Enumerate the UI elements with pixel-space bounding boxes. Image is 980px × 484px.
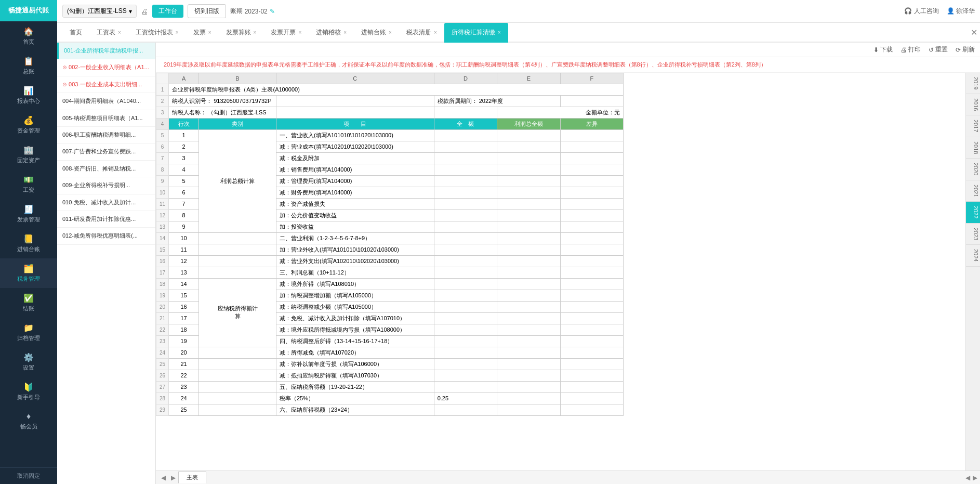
tab-close-salary-stats[interactable]: × <box>176 30 179 35</box>
year-2020[interactable]: 2020 <box>966 159 980 180</box>
assets-icon: 🏢 <box>23 145 34 155</box>
list-item-010[interactable]: 010-免税、减计收入及加计... <box>57 194 155 211</box>
list-item-004[interactable]: 004-期间费用明细表（A1040... <box>57 93 155 110</box>
tab-home[interactable]: 首页 <box>62 23 89 43</box>
sidebar-cancel-fixed[interactable]: 取消固定 <box>0 467 57 484</box>
table-row[interactable]: 26 22 减：抵扣应纳税所得额（填写A107030） <box>156 370 624 381</box>
user-info[interactable]: 👤 徐泽华 <box>947 7 975 16</box>
tab-invoice[interactable]: 发票 × <box>186 23 219 43</box>
list-item-007[interactable]: 007-广告费和业务宣传费跌... <box>57 143 155 160</box>
taxpayer-label: 纳税人识别号： <box>172 98 212 104</box>
tab-tax-list[interactable]: 税表清册 × <box>399 23 444 43</box>
table-row[interactable]: 28 24 税率（25%） 0.25 <box>156 393 624 404</box>
col-header-rownum: 行次 <box>169 118 199 129</box>
guide-icon: 🔰 <box>23 382 34 392</box>
table-row[interactable]: 17 13 三、利润总额（10+11-12） <box>156 267 624 278</box>
spreadsheet-container[interactable]: A B C D E F 1 企业所 <box>156 73 965 471</box>
tab-income-tax[interactable]: 所得税汇算清缴 × <box>444 23 508 43</box>
bottom-tab-main[interactable]: 主表 <box>178 472 206 483</box>
reset-button[interactable]: ↺ 重置 <box>929 45 948 54</box>
tab-invoice-calc[interactable]: 发票算账 × <box>219 23 264 43</box>
year-2017[interactable]: 2017 <box>966 115 980 137</box>
sidebar-item-guide[interactable]: 🔰 新手引导 <box>0 377 57 407</box>
workspace-button[interactable]: 工作台 <box>152 5 183 18</box>
col-D: D <box>434 73 497 84</box>
table-row[interactable]: 5 1 利润总额计算 一、营业收入(填写A101010\101020\10300… <box>156 129 624 141</box>
switch-version-button[interactable]: 切到旧版 <box>188 4 226 18</box>
refresh-button[interactable]: ⟳ 刷新 <box>956 45 975 54</box>
print-button[interactable]: 🖨 打印 <box>900 45 921 54</box>
table-row[interactable]: 29 25 六、应纳所得税额（23×24） <box>156 404 624 415</box>
year-2019[interactable]: 2019 <box>966 73 980 94</box>
tab-close-purchase-audit[interactable]: × <box>343 30 347 35</box>
sidebar-item-funds[interactable]: 💰 资金管理 <box>0 110 57 140</box>
tab-close-tax-list[interactable]: × <box>434 30 437 35</box>
sidebar-item-ledger[interactable]: 📋 总账 <box>0 51 57 81</box>
company-name-label: 纳税人名称： <box>172 109 206 115</box>
ledger-icon: 📋 <box>23 56 34 66</box>
tab-salary-stats[interactable]: 工资统计报表 × <box>128 23 186 43</box>
tab-purchase-book[interactable]: 进销台账 × <box>354 23 399 43</box>
settings-icon: ⚙️ <box>23 352 34 362</box>
tab-salary[interactable]: 工资表 × <box>89 23 128 43</box>
tab-close-invoice-calc[interactable]: × <box>254 30 257 35</box>
archive-icon: 📁 <box>23 323 34 333</box>
list-item-011[interactable]: 011-研发费用加计扣除优惠... <box>57 211 155 228</box>
table-row[interactable]: 27 23 五、应纳税所得额（19-20-21-22） <box>156 381 624 393</box>
year-2021[interactable]: 2021 <box>966 180 980 202</box>
list-item-003[interactable]: ⊙ 003-一般企业成本支出明细... <box>57 76 155 93</box>
tab-close-income-tax[interactable]: × <box>498 30 501 35</box>
year-2024[interactable]: 2024 <box>966 245 980 266</box>
scroll-left-icon[interactable]: ◀ <box>965 474 970 481</box>
sidebar-item-tax[interactable]: 🗂️ 税务管理 <box>0 258 57 288</box>
tab-close-purchase-book[interactable]: × <box>389 30 392 35</box>
table-title: 企业所得税年度纳税申报表（A类）主表(A100000) <box>169 84 624 95</box>
sidebar-item-member[interactable]: ♦️ 畅会员 <box>0 407 57 436</box>
topbar: (勾删）江西服宝-LSS ▾ 🖨 工作台 切到旧版 账期 2023-02 ✎ 🎧… <box>57 0 980 23</box>
table-row[interactable]: 15 11 加：营业外收入(填写A101010\101020\103000) <box>156 244 624 255</box>
year-2022[interactable]: 2022 <box>966 202 980 223</box>
sidebar-item-stockbook[interactable]: 📒 进销台账 <box>0 229 57 258</box>
table-row[interactable]: 16 12 减：营业外支出(填写A102010\102020\103000) <box>156 255 624 267</box>
tab-purchase-audit[interactable]: 进销稽核 × <box>309 23 354 43</box>
scroll-right-icon[interactable]: ▶ <box>973 474 977 481</box>
sidebar-item-salary[interactable]: 💵 工资 <box>0 169 57 199</box>
next-tab-arrow[interactable]: ▶ <box>168 473 178 482</box>
list-item-002[interactable]: ⊙ 002-一般企业收入明细表（A1... <box>57 59 155 76</box>
company-label: (勾删）江西服宝-LSS <box>67 7 127 16</box>
sidebar-item-assets[interactable]: 🏢 固定资产 <box>0 140 57 169</box>
table-row[interactable]: 14 10 二、营业利润（1-2-3-4-5-6-7-8+9） <box>156 232 624 244</box>
sidebar-item-reports[interactable]: 📊 报表中心 <box>0 81 57 110</box>
edit-icon[interactable]: ✎ <box>270 8 275 15</box>
list-item-008[interactable]: 008-资产折旧、摊销及纳税... <box>57 161 155 177</box>
sidebar-item-close[interactable]: ✅ 结账 <box>0 288 57 318</box>
sidebar-item-home[interactable]: 🏠 首页 <box>0 21 57 51</box>
year-2016[interactable]: 2016 <box>966 94 980 115</box>
col-E: E <box>497 73 560 84</box>
company-selector[interactable]: (勾删）江西服宝-LSS ▾ <box>62 5 137 18</box>
table-row[interactable]: 18 14 应纳税所得额计算 减：境外所得（填写A108010） <box>156 278 624 290</box>
tab-close-salary[interactable]: × <box>118 30 121 35</box>
list-item-009[interactable]: 009-企业所得税补亏损明... <box>57 177 155 194</box>
list-item-012[interactable]: 012-减免所得税优惠明细表(... <box>57 228 155 244</box>
prev-tab-arrow[interactable]: ◀ <box>158 473 168 482</box>
table-row[interactable]: 25 21 减：弥补以前年度亏损（填写A106000） <box>156 358 624 370</box>
user-icon: 👤 <box>947 7 955 15</box>
tab-close-invoice-open[interactable]: × <box>298 30 301 35</box>
sidebar-item-invoices[interactable]: 🧾 发票管理 <box>0 199 57 229</box>
service-label[interactable]: 🎧 人工咨询 <box>904 7 938 16</box>
list-item-001[interactable]: 001-企业所得税年度纳税申报... <box>57 43 155 59</box>
year-2023[interactable]: 2023 <box>966 224 980 245</box>
tab-close-invoice[interactable]: × <box>208 30 211 35</box>
category-taxable: 应纳税所得额计算 <box>199 278 276 347</box>
col-letters-row: A B C D E F <box>156 73 624 84</box>
tab-invoice-open[interactable]: 发票开票 × <box>263 23 309 43</box>
list-item-006[interactable]: 006-职工薪酬纳税调整明细... <box>57 127 155 143</box>
sidebar-item-archive[interactable]: 📁 归档管理 <box>0 318 57 347</box>
download-button[interactable]: ⬇ 下载 <box>873 45 893 54</box>
list-item-005[interactable]: 005-纳税调整项目明细表（A1... <box>57 110 155 127</box>
table-row[interactable]: 24 20 减：所得减免（填写A107020） <box>156 347 624 358</box>
close-all-icon[interactable]: ✕ <box>971 28 977 37</box>
sidebar-item-settings[interactable]: ⚙️ 设置 <box>0 347 57 377</box>
year-2018[interactable]: 2018 <box>966 137 980 159</box>
